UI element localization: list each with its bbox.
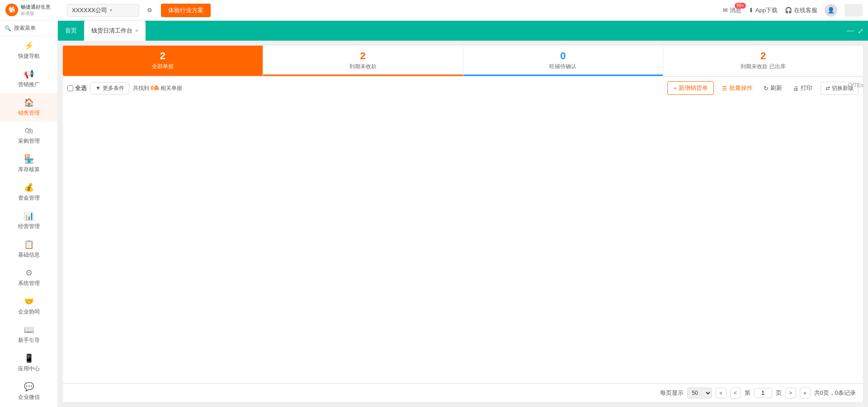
page-next-button[interactable]: > [785,388,796,398]
toolbar: 全选 ▼ 更多条件 共找到 0条 相关单据 + 新增销货单 [62,76,863,99]
tab-active[interactable]: 钱货日清工作台 × [84,21,146,41]
page-size-label: 每页显示 [660,389,684,397]
sidebar-item-label: 快捷导航 [18,52,40,60]
sidebar-item-purchase[interactable]: 🛍 采购管理 [0,122,57,150]
logo-text-block: 畅捷通好生意 标准版 [21,4,51,16]
logo-subtitle: 标准版 [21,10,51,17]
filter-label: 更多条件 [103,84,124,92]
marketing-icon: 📢 [24,69,34,79]
tab-close-icon[interactable]: × [135,28,138,34]
trial-button[interactable]: 体验行业方案 [161,4,211,17]
print-label: 打印 [801,84,812,92]
company-selector[interactable]: XXXXXX公司 ▾ [67,4,139,17]
page-prev-button[interactable]: < [730,388,741,398]
sidebar-item-basic[interactable]: 📋 基础信息 [0,235,57,263]
sidebar-item-marketing[interactable]: 📢 营销推广 [0,65,57,93]
basic-icon: 📋 [24,239,34,249]
company-arrow-icon: ▾ [110,8,112,13]
stats-num-all: 2 [160,51,165,61]
service-icon: 🎧 [785,7,792,14]
toolbar-left: 全选 ▼ 更多条件 共找到 0条 相关单据 [67,82,182,94]
gear-icon: ⚙ [147,7,152,14]
sidebar-search[interactable]: 🔍 搜索菜单 [0,21,57,36]
stats-tabs: 2 全部单据 2 到期未收款 0 旺辅待确认 2 到期未收款 已出库 [62,45,863,76]
inventory-icon: 🏪 [24,154,34,164]
app-download-icon: ⬇ [749,7,754,14]
sidebar-item-ops[interactable]: 📊 经营管理 [0,206,57,235]
logo-icon: 畅 [5,4,18,16]
tab-resize-icon[interactable]: ⤢ [858,27,863,35]
page-label: 第 [745,389,750,397]
print-button[interactable]: 🖨 打印 [790,82,815,94]
pagination-bar: 每页显示 50 20 100 « < 第 页 > » 共0页，0条记录 [62,384,863,402]
select-all-checkbox[interactable]: 全选 [67,84,87,92]
sidebar-item-label: 销售管理 [18,109,40,117]
app-center-icon: 📱 [24,353,34,363]
batch-button[interactable]: ☰ 批量操作 [719,82,755,94]
purchase-icon: 🛍 [25,126,33,136]
tab-home-label: 首页 [65,27,77,35]
page-first-button[interactable]: « [716,388,726,398]
stats-tab-all[interactable]: 2 全部单据 [63,46,263,76]
plus-icon: + [673,85,677,92]
sidebar-item-label: 企业微信 [18,393,40,401]
batch-icon: ☰ [722,85,727,92]
sidebar-item-finance[interactable]: 💰 资金管理 [0,178,57,206]
sidebar-item-sales[interactable]: 🏠 销售管理 [0,93,57,122]
search-label: 搜索菜单 [14,24,36,32]
refresh-label: 刷新 [770,84,782,92]
tab-bar: 首页 钱货日清工作台 × — ⤢ [58,21,868,41]
sidebar-item-label: 营销推广 [18,81,40,89]
page-last-button[interactable]: » [800,388,811,398]
stats-tab-overdue-out[interactable]: 2 到期未收款 已出库 [663,46,863,76]
message-icon: ✉ [723,7,728,14]
sidebar-item-wechat[interactable]: 💬 企业微信 [0,377,57,406]
online-service-button[interactable]: 🎧 在线客服 [785,6,817,14]
app-download-label: App下载 [755,6,778,14]
select-all-input[interactable] [67,85,73,91]
tab-bar-right: — ⤢ [847,27,868,35]
sidebar-item-label: 新手引导 [18,337,40,344]
app-download-button[interactable]: ⬇ App下载 [749,6,778,14]
page-content: 2 全部单据 2 到期未收款 0 旺辅待确认 2 到期未收款 已出库 [58,41,868,407]
sidebar-item-label: 采购管理 [18,137,40,145]
sidebar-item-inventory[interactable]: 🏪 库存核算 [0,150,57,178]
avatar[interactable]: 👤 [825,4,837,17]
tab-active-label: 钱货日清工作台 [91,27,132,35]
tab-home[interactable]: 首页 [58,21,84,41]
stats-num-overdue-out: 2 [760,51,766,61]
new-sale-button[interactable]: + 新增销货单 [667,81,714,95]
switch-icon: ⇄ [826,85,830,91]
sidebar-item-label: 系统管理 [18,280,40,287]
filter-button[interactable]: ▼ 更多条件 [90,82,129,94]
print-icon: 🖨 [793,85,799,92]
sales-icon: 🏠 [24,98,34,108]
sidebar-item-label: 资金管理 [18,194,40,202]
message-button[interactable]: ✉ 消息 99+ [723,6,741,14]
message-badge: 99+ [735,3,746,9]
top-header: 畅 畅捷通好生意 标准版 XXXXXX公司 ▾ ⚙ 体验行业方案 ✉ 消息 99… [0,0,868,21]
total-label: 共0页，0条记录 [814,389,856,397]
header-right: ✉ 消息 99+ ⬇ App下载 🎧 在线客服 👤 [723,4,863,17]
settings-button[interactable]: ⚙ [143,4,156,17]
page-size-select[interactable]: 50 20 100 [687,388,712,398]
sidebar-item-guide[interactable]: 📖 新手引导 [0,320,57,349]
sidebar-item-coop[interactable]: 🤝 企业协同 [0,292,57,320]
search-icon: 🔍 [5,25,11,32]
sidebar: 🔍 搜索菜单 ⚡ 快捷导航 📢 营销推广 🏠 销售管理 🛍 采购管理 🏪 库存核… [0,21,58,407]
sidebar-item-system[interactable]: ⚙ 系统管理 [0,263,57,292]
refresh-button[interactable]: ↻ 刷新 [761,82,785,94]
sidebar-item-quick-nav[interactable]: ⚡ 快捷导航 [0,36,57,65]
stats-tab-pending[interactable]: 0 旺辅待确认 [463,46,664,76]
stats-tab-underline-pending [463,75,663,76]
tab-minimize-icon[interactable]: — [847,27,854,35]
online-service-label: 在线客服 [794,6,817,14]
wechat-icon: 💬 [24,382,34,392]
company-name: XXXXXX公司 [72,6,107,14]
stats-tab-overdue[interactable]: 2 到期未收款 [263,46,463,76]
sidebar-item-label: 经营管理 [18,223,40,230]
page-input[interactable] [754,388,772,398]
stats-tab-underline-overdue [263,75,463,76]
sidebar-item-app-center[interactable]: 📱 应用中心 [0,349,57,377]
guide-icon: 📖 [24,325,34,335]
